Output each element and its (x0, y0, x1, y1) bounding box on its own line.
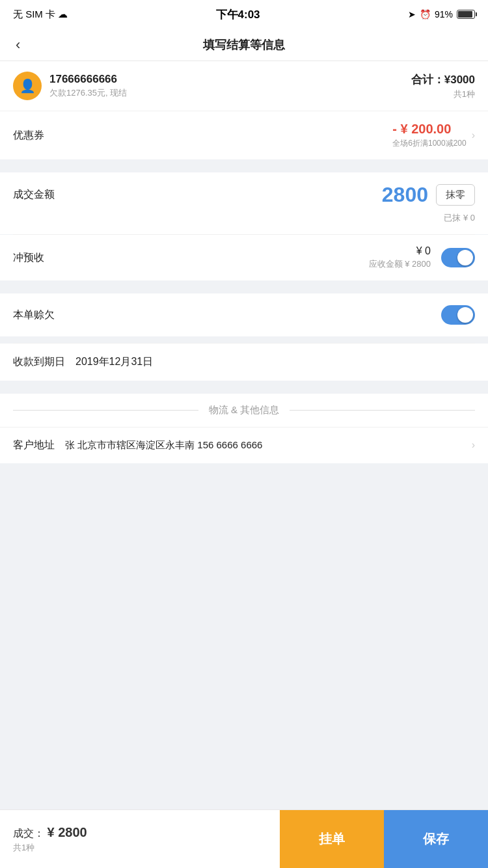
sim-text: 无 SIM 卡 ☁ (13, 8, 68, 21)
prepay-sub: 应收金额 ¥ 2800 (369, 258, 431, 270)
deal-label: 成交： (13, 828, 44, 839)
user-info-section: 👤 17666666666 欠款1276.35元, 现结 合计：¥3000 共1… (0, 61, 488, 159)
bottom-summary: 成交： ¥ 2800 共1种 (0, 825, 280, 854)
debt-toggle[interactable] (441, 305, 475, 325)
amount-label: 成交金额 (13, 188, 55, 202)
total-amount: 合计：¥3000 (411, 72, 475, 87)
logistics-title: 物流 & 其他信息 (209, 404, 279, 416)
bottom-deal: 成交： ¥ 2800 (13, 825, 267, 841)
address-row[interactable]: 客户地址 张 北京市市辖区海淀区永丰南 156 6666 6666 › (0, 427, 488, 463)
page-title: 填写结算等信息 (203, 37, 285, 53)
coupon-row[interactable]: 优惠券 - ¥ 200.00 全场6折满1000减200 › (0, 111, 488, 159)
user-left: 👤 17666666666 欠款1276.35元, 现结 (13, 72, 127, 100)
prepay-info: ¥ 0 应收金额 ¥ 2800 (369, 245, 431, 270)
coupon-right: - ¥ 200.00 全场6折满1000减200 › (392, 122, 475, 149)
logistics-line-right (290, 410, 475, 411)
amount-right: 2800 抹零 (382, 183, 475, 207)
back-button[interactable]: ‹ (10, 31, 25, 59)
gray-divider-1 (0, 166, 488, 172)
status-bar: 无 SIM 卡 ☁ 下午4:03 ➤ ⏰ 91% (0, 0, 488, 29)
address-chevron-icon: › (472, 439, 475, 451)
debt-label: 本单赊欠 (13, 308, 55, 322)
bottom-bar: 成交： ¥ 2800 共1种 挂单 保存 (0, 809, 488, 868)
due-date-row: 收款到期日 2019年12月31日 (0, 344, 488, 381)
location-icon: ➤ (408, 9, 416, 20)
round-zero-button[interactable]: 抹零 (436, 184, 475, 206)
status-right: ➤ ⏰ 91% (408, 9, 475, 20)
prepay-right: ¥ 0 应收金额 ¥ 2800 (369, 245, 475, 270)
total-count: 共1种 (411, 88, 475, 100)
due-date-label: 收款到期日 (13, 355, 65, 369)
amount-section: 成交金额 2800 抹零 已抹 ¥ 0 (0, 172, 488, 234)
gray-divider-3 (0, 387, 488, 394)
prepay-amount: ¥ 0 (369, 245, 431, 257)
deal-amount: ¥ 2800 (47, 825, 87, 839)
amount-value: 2800 (382, 183, 428, 207)
bottom-count: 共1种 (13, 842, 267, 854)
user-sub: 欠款1276.35元, 现结 (49, 87, 127, 99)
user-right: 合计：¥3000 共1种 (411, 72, 475, 100)
debt-row: 本单赊欠 (0, 293, 488, 336)
amount-sub: 已抹 ¥ 0 (13, 212, 475, 224)
logistics-line-left (13, 410, 198, 411)
due-date-value: 2019年12月31日 (75, 355, 153, 369)
debt-toggle-knob (457, 307, 473, 323)
avatar-icon: 👤 (20, 78, 36, 94)
status-left: 无 SIM 卡 ☁ (13, 8, 68, 21)
coupon-chevron-icon: › (472, 129, 475, 141)
coupon-info: - ¥ 200.00 全场6折满1000减200 (392, 122, 466, 149)
battery-percent: 91% (435, 9, 453, 20)
toggle-knob (457, 250, 473, 265)
amount-row: 成交金额 2800 抹零 (13, 183, 475, 207)
logistics-header: 物流 & 其他信息 (0, 394, 488, 427)
prepay-label: 冲预收 (13, 251, 44, 265)
user-info-row: 👤 17666666666 欠款1276.35元, 现结 合计：¥3000 共1… (0, 61, 488, 111)
save-button[interactable]: 保存 (384, 810, 488, 869)
prepay-row: 冲预收 ¥ 0 应收金额 ¥ 2800 (0, 235, 488, 280)
coupon-label: 优惠券 (13, 129, 44, 142)
coupon-amount: - ¥ 200.00 (392, 122, 466, 137)
logistics-section: 物流 & 其他信息 客户地址 张 北京市市辖区海淀区永丰南 156 6666 6… (0, 394, 488, 463)
status-time: 下午4:03 (216, 7, 260, 22)
main-content: 👤 17666666666 欠款1276.35元, 现结 合计：¥3000 共1… (0, 61, 488, 528)
battery-icon (457, 10, 475, 19)
prepay-toggle[interactable] (441, 248, 475, 267)
avatar: 👤 (13, 72, 42, 100)
nav-bar: ‹ 填写结算等信息 (0, 29, 488, 61)
user-details: 17666666666 欠款1276.35元, 现结 (49, 73, 127, 99)
address-value: 张 北京市市辖区海淀区永丰南 156 6666 6666 (65, 438, 461, 453)
user-phone: 17666666666 (49, 73, 127, 86)
address-label: 客户地址 (13, 439, 55, 452)
gray-divider-2 (0, 287, 488, 293)
hang-order-button[interactable]: 挂单 (280, 810, 384, 869)
alarm-icon: ⏰ (420, 9, 431, 20)
coupon-desc: 全场6折满1000减200 (392, 138, 466, 149)
